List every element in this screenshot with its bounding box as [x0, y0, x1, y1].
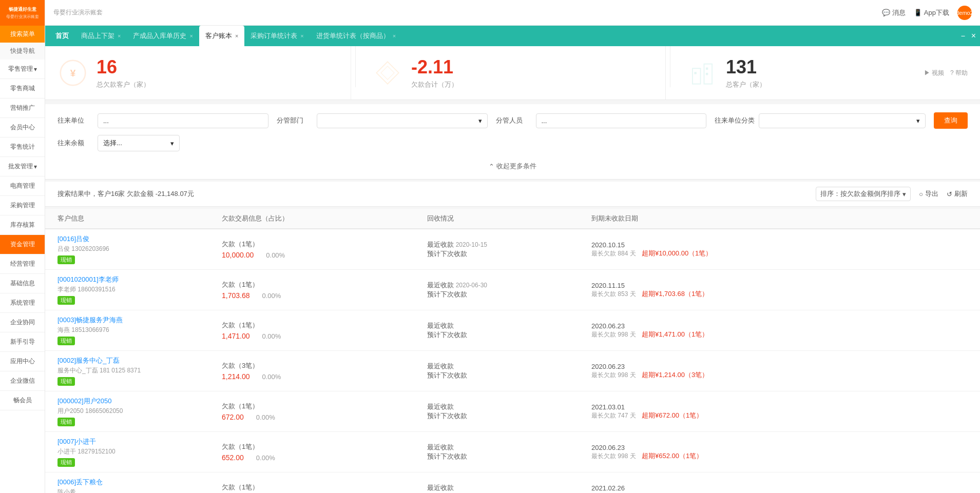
chevron-down-icon: ▾ [478, 117, 482, 125]
balance-input[interactable]: 选择... ▾ [98, 135, 180, 151]
close-icon[interactable]: × [189, 33, 193, 39]
balance-label: 往来余额 [57, 139, 93, 148]
video-btn[interactable]: ▶ 视频 [924, 69, 944, 77]
sidebar-item-retail-stats[interactable]: 零售统计 [0, 137, 45, 157]
customer-name[interactable]: [0003]畅捷服务尹海燕 [57, 315, 222, 325]
building-icon [687, 57, 718, 88]
next-collection-info: 预计下次收款 [427, 290, 591, 299]
tabs-end-controls: － × [959, 31, 980, 42]
debt-amount: 10,000.00 [222, 251, 254, 259]
close-window-icon[interactable]: × [971, 31, 976, 41]
sidebar-item-basic-info[interactable]: 基础信息 [0, 274, 45, 293]
tab-purchase-stats[interactable]: 采购订单统计表 × [244, 26, 310, 46]
debt-amount: 1,214.00 [222, 372, 250, 381]
sidebar-item-member-vip[interactable]: 畅会员 [0, 391, 45, 410]
collection-cell: 最近收款 预计下次收款 [427, 483, 591, 493]
tabs-bar: 首页 商品上下架 × 产成品入库单历史 × 客户账本 × 采购订单统计表 × 进… [45, 26, 980, 46]
tab-products-off[interactable]: 商品上下架 × [75, 26, 127, 46]
customer-name[interactable]: [0002]服务中心_丁磊 [57, 356, 222, 365]
sidebar-item-enterprise[interactable]: 企业协同 [0, 313, 45, 332]
sidebar-item-wechat[interactable]: 企业微信 [0, 371, 45, 391]
refresh-btn[interactable]: ↺ 刷新 [947, 189, 968, 199]
tab-customer-account[interactable]: 客户账本 × [199, 26, 244, 46]
message-btn[interactable]: 💬 消息 [882, 8, 906, 17]
next-collection-info: 预计下次收款 [427, 371, 591, 380]
overdue-days: 最长欠款 998 天 超期¥1,471.00（1笔） [591, 330, 968, 339]
close-icon[interactable]: × [235, 33, 238, 39]
search-btn[interactable]: 查询 [934, 112, 968, 129]
filter-balance: 往来余额 选择... ▾ [57, 135, 968, 151]
sidebar-item-member[interactable]: 会员中心 [0, 118, 45, 137]
sidebar-item-inventory[interactable]: 库存核算 [0, 215, 45, 235]
sidebar-item-guide[interactable]: 新手引导 [0, 332, 45, 352]
sidebar-item-retail-mgmt[interactable]: 零售管理 ▾ [0, 60, 45, 79]
table-row: [0001020001]李老师 李老师 18600391516 现销 欠款（1笔… [45, 270, 980, 310]
close-icon[interactable]: × [118, 33, 121, 39]
tab-incoming-stats[interactable]: 进货单统计表（按商品） × [310, 26, 402, 46]
tab-production-history[interactable]: 产成品入库单历史 × [127, 26, 199, 46]
sidebar-item-app-center[interactable]: 应用中心 [0, 352, 45, 371]
due-date-cell: 2021.03.01 最长欠款 747 天 超期¥672.00（1笔） [591, 403, 968, 420]
overdue-days: 最长欠款 998 天 超期¥1,214.00（3笔） [591, 370, 968, 380]
debt-count: 欠款（1笔） [222, 321, 427, 330]
sidebar-item-ecommerce[interactable]: 电商管理 [0, 176, 45, 196]
close-icon[interactable]: × [393, 33, 396, 39]
sidebar-item-retail-mall[interactable]: 零售商城 [0, 79, 45, 98]
due-date-cell: 2020.06.23 最长欠款 998 天 超期¥1,471.00（1笔） [591, 322, 968, 339]
stat-overdue-amount-info: -2.11 欠款合计（万） [411, 56, 653, 89]
main-content: 母婴行业演示账套 💬 消息 📱 App下载 demo2 首页 商品上下架 × 产… [45, 0, 980, 493]
debt-cell: 欠款（1笔） 1,703.68 0.00% [222, 280, 427, 300]
overdue-amount: 超期¥1,214.00（3笔） [642, 371, 708, 379]
customer-tag: 现销 [57, 418, 75, 426]
customer-name[interactable]: [0007]小进干 [57, 437, 222, 446]
user-profile-btn[interactable]: demo2 [957, 6, 972, 20]
phone-icon: 📱 [914, 9, 922, 16]
debt-count: 欠款（1笔） [222, 483, 427, 492]
filter-manager: 分管人员 ... [496, 113, 707, 128]
export-btn[interactable]: ○ 导出 [919, 189, 938, 199]
svg-marker-3 [381, 66, 394, 80]
sidebar-item-finance[interactable]: 资金管理 [0, 235, 45, 254]
dept-input[interactable]: ▾ [317, 113, 488, 128]
overdue-amount: 超期¥1,471.00（1笔） [642, 330, 708, 338]
unit-category-input[interactable]: ▾ [759, 113, 926, 128]
collection-cell: 最近收款 预计下次收款 [427, 443, 591, 461]
customer-tag: 现销 [57, 337, 75, 345]
sidebar-item-sys-mgmt[interactable]: 系统管理 [0, 293, 45, 313]
search-menu-btn[interactable]: 搜索菜单 [0, 26, 45, 43]
total-customers-number: 131 [726, 56, 916, 78]
sidebar-item-purchase[interactable]: 采购管理 [0, 196, 45, 215]
sidebar-item-marketing[interactable]: 营销推广 [0, 98, 45, 118]
customer-cell: [0001020001]李老师 李老师 18600391516 现销 [57, 275, 222, 305]
stat-overdue-customers: ¥ 16 总欠款客户（家） [45, 46, 351, 100]
data-table: 客户信息 欠款交易信息（占比） 回收情况 到期未收款日期 [0016]吕俊 吕俊… [45, 209, 980, 493]
customer-name[interactable]: [0001020001]李老师 [57, 275, 222, 284]
customer-name[interactable]: [000002]用户2050 [57, 397, 222, 406]
manager-input[interactable]: ... [536, 113, 707, 128]
debt-cell: 欠款（1笔） 10,000.00 0.00% [222, 240, 427, 259]
close-icon[interactable]: × [300, 33, 303, 39]
help-btn[interactable]: ? 帮助 [950, 69, 968, 77]
filter-unit-category: 往来单位分类 ▾ [715, 113, 926, 128]
sidebar-item-batch-mgmt[interactable]: 批发管理 ▾ [0, 157, 45, 176]
collapse-btn[interactable]: ⌃ 收起更多条件 [57, 157, 968, 175]
from-unit-input[interactable]: ... [98, 113, 268, 128]
app-download-btn[interactable]: 📱 App下载 [914, 8, 949, 17]
svg-rect-7 [706, 68, 708, 70]
debt-percent: 0.00% [256, 413, 275, 421]
sidebar-item-operation[interactable]: 经营管理 [0, 254, 45, 274]
table-row: [0007]小进干 小进干 18279152100 现销 欠款（1笔） 652.… [45, 432, 980, 472]
minimize-icon[interactable]: － [959, 31, 967, 42]
debt-percent: 0.00% [262, 332, 281, 340]
sort-select[interactable]: 排序：按欠款金额倒序排序 ▾ [816, 187, 911, 201]
col-due-date: 到期未收款日期 [591, 214, 968, 223]
results-bar: 搜索结果中，客户16家 欠款金额 -21,148.07元 排序：按欠款金额倒序排… [45, 182, 980, 207]
customer-name[interactable]: [0006]丢下粮仓 [57, 478, 222, 487]
collection-cell: 最近收款 预计下次收款 [427, 321, 591, 340]
tab-home[interactable]: 首页 [49, 26, 75, 46]
debt-percent: 0.00% [262, 373, 281, 381]
customer-name[interactable]: [0016]吕俊 [57, 234, 222, 244]
overdue-days: 最长欠款 853 天 超期¥1,703.68（1笔） [591, 289, 968, 299]
collection-info: 最近收款 2020-06-30 [427, 281, 591, 290]
play-icon: ▶ [924, 69, 930, 76]
